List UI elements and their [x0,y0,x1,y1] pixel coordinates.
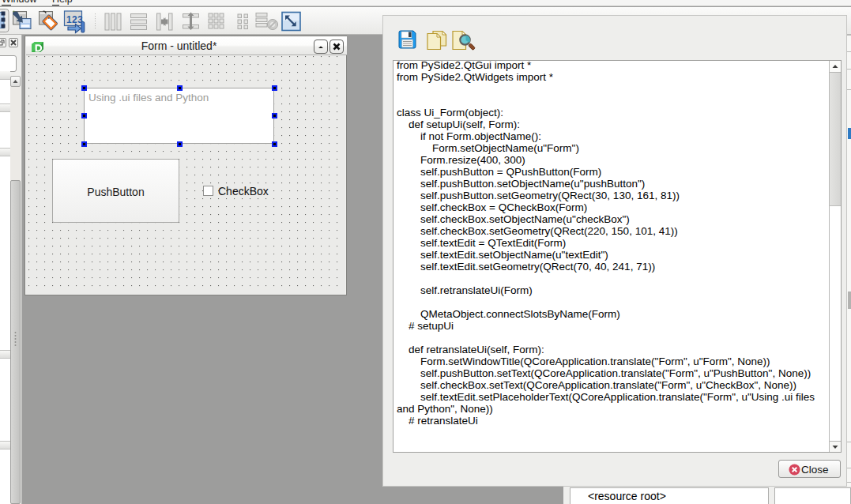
svg-text:123: 123 [66,14,83,25]
